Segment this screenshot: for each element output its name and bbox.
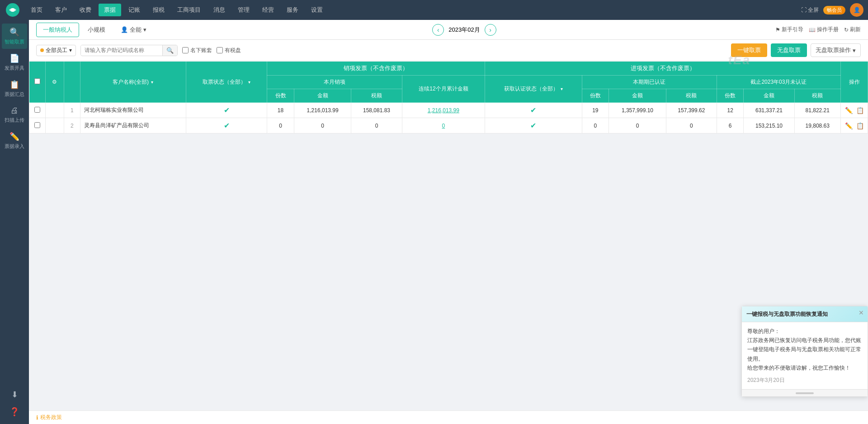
more-operations-label: 无盘取票操作 [816,46,851,54]
row2-check[interactable] [34,122,40,128]
refresh-btn[interactable]: ↻ 刷新 [844,26,861,33]
sidebar-item-download[interactable]: ⬇ [2,386,27,403]
search-icon[interactable]: 🔍 [162,45,177,56]
th-number [64,62,80,103]
row2-cumulative-link[interactable]: 0 [442,123,445,129]
row2-detail-icon[interactable]: 📋 [856,122,864,129]
row2-recog-amount: 0 [609,118,666,133]
one-click-fetch-btn[interactable]: 一键取票 [731,43,767,57]
notification-scrollbar[interactable] [796,392,814,394]
row2-recog-copies: 0 [582,118,609,133]
top-nav: 首页 客户 收费 票据 记账 报税 工商项目 消息 管理 经营 服务 设置 ⛶ … [0,0,868,20]
new-guide-btn[interactable]: ⚑ 新手引导 [775,26,803,33]
nav-invoice[interactable]: 票据 [99,4,121,16]
sidebar-item-summary[interactable]: 📋 票据汇总 [2,76,27,101]
nav-settings[interactable]: 设置 [306,4,328,16]
more-operations-btn[interactable]: 无盘取票操作 ▾ [811,43,861,57]
nav-bookkeeping[interactable]: 记账 [123,4,146,16]
nav-billing[interactable]: 收费 [74,4,97,16]
th-sales-amount: 金额 [294,89,351,103]
main-table: ⚙ 客户名称(全部) ▾ 取票状态（全部） ▾ 销项发票（不含作废票） 进项发票… [29,61,868,133]
row1-detail-icon[interactable]: 📋 [856,107,864,114]
no-disk-fetch-btn[interactable]: 无盘取票 [771,43,807,57]
manual-btn[interactable]: 📖 操作手册 [809,26,839,33]
th-cumulative-12: 连续12个月累计金额 [402,76,485,103]
search-input[interactable] [81,45,162,55]
nav-home[interactable]: 首页 [25,4,48,16]
employee-filter[interactable]: 全部员工 ▾ [36,45,76,56]
row2-fetch-status: ✔ [186,118,267,133]
sidebar-item-scan[interactable]: 🖨 扫描上传 [2,102,27,127]
tab-small[interactable]: 小规模 [81,23,112,37]
select-all-checkbox[interactable] [34,78,40,84]
tab-general[interactable]: 一般纳税人 [36,23,79,37]
row2-settings [46,118,64,133]
row2-cert-status: ✔ [485,118,582,133]
employee-dot [40,48,44,52]
row1-cert-check-icon: ✔ [530,106,536,114]
row1-check[interactable] [34,107,40,113]
has-tax-checkbox[interactable]: 有税盘 [217,47,241,54]
has-tax-check[interactable] [217,47,223,53]
row2-edit-icon[interactable]: ✏️ [845,122,853,129]
row1-edit-icon[interactable]: ✏️ [845,107,853,114]
tab-bar: 一般纳税人 小规模 👤 全能 ▾ ‹ 2023年02月 › ⚑ 新手引导 📖 操… [29,20,868,40]
row1-cumulative-link[interactable]: 1,216,013.99 [428,107,459,114]
th-fetch-status[interactable]: 取票状态（全部） ▾ [186,62,267,103]
th-sales-tax: 税额 [351,89,402,103]
name-account-checkbox[interactable]: 名下账套 [182,47,212,54]
sidebar-item-label-entry: 票据录入 [5,143,24,150]
th-sales-copies: 份数 [267,89,294,103]
employee-arrow: ▾ [69,47,72,53]
th-recognized: 本期期已认证 [582,76,717,89]
row2-cumulative-12[interactable]: 0 [402,118,485,133]
row2-checkbox[interactable] [29,118,46,133]
name-account-check[interactable] [182,47,189,53]
nav-tax[interactable]: 报税 [147,4,170,16]
nav-customer[interactable]: 客户 [50,4,72,16]
nav-message[interactable]: 消息 [208,4,231,16]
smart-fetch-icon: 🔍 [9,27,19,37]
row1-cumulative-12[interactable]: 1,216,013.99 [402,103,485,118]
notification-body: 尊敬的用户： 江苏政务网已恢复访问电子税务局功能，您代账一键登陆电子税务局与无盘… [742,322,868,389]
nav-service[interactable]: 服务 [281,4,304,16]
th-action: 操作 [841,62,868,103]
tab-bar-right: ⚑ 新手引导 📖 操作手册 ↻ 刷新 [775,26,861,33]
row1-checkbox[interactable] [29,103,46,118]
row1-actions: ✏️ 📋 [841,103,868,118]
row1-recog-copies: 19 [582,103,609,118]
row2-num: 2 [64,118,80,133]
tax-policy-label: 税务政策 [40,414,62,421]
row1-recog-amount: 1,357,999.10 [609,103,666,118]
th-customer[interactable]: 客户名称(全部) ▾ [80,62,186,103]
vip-badge[interactable]: 畅会员 [823,6,845,14]
row1-sales-copies: 18 [267,103,294,118]
scan-icon: 🖨 [10,106,19,115]
bottom-bar: ℹ 税务政策 [29,410,868,424]
nav-management[interactable]: 管理 [232,4,255,16]
nav-bizproject[interactable]: 工商项目 [172,4,206,16]
user-avatar[interactable]: 👤 [850,3,863,17]
nav-operations[interactable]: 经营 [257,4,279,16]
th-cert-status[interactable]: 获取认证状态（全部） ▾ [485,76,582,103]
fullscreen-btn[interactable]: ⛶ 全屏 [801,6,819,14]
settings-icon[interactable]: ⚙ [52,79,57,85]
sidebar-item-entry[interactable]: ✏️ 票据录入 [2,128,27,153]
sidebar-item-smart-fetch[interactable]: 🔍 智能取票 [2,24,27,49]
sidebar-item-issue-invoice[interactable]: 📄 发票开具 [2,50,27,75]
sidebar-item-label-scan: 扫描上传 [5,117,24,124]
notification-apology: 给您带来的不便敬请谅解，祝您工作愉快！ [747,363,862,372]
tax-policy-link[interactable]: ℹ 税务政策 [36,414,62,421]
sidebar-item-help[interactable]: ❓ [2,403,27,420]
top-nav-right: ⛶ 全屏 畅会员 👤 [801,3,863,17]
row2-sales-amount: 0 [294,118,351,133]
svg-point-1 [11,8,14,12]
period-prev[interactable]: ‹ [432,24,444,36]
notification-close-btn[interactable]: ✕ [859,309,864,316]
th-unrecog-copies: 份数 [717,89,744,103]
tax-policy-icon: ℹ [36,414,38,421]
tab-all[interactable]: 👤 全能 ▾ [114,23,153,37]
row2-actions: ✏️ 📋 [841,118,868,133]
period-next[interactable]: › [485,24,496,36]
row2-unrecog-copies: 6 [717,118,744,133]
